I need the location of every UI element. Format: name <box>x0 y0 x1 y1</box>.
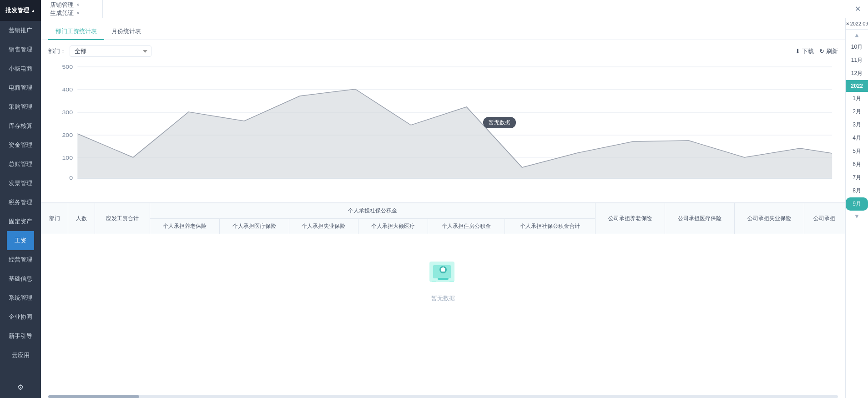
scrollbar-thumb[interactable] <box>48 395 139 398</box>
date-item-11月[interactable]: 11月 <box>846 54 868 67</box>
date-item-10月[interactable]: 10月 <box>846 40 868 54</box>
sidebar: 批发管理 ▲ 营销推广销售管理小畅电商电商管理采购管理库存核算资金管理总账管理发… <box>0 0 41 398</box>
th-dept: 部门 <box>41 203 68 234</box>
date-items-container: 10月11月12月20221月2月3月4月5月6月7月8月9月 <box>846 40 868 211</box>
th-personal-major-medical: 个人承担大额医疗 <box>358 219 428 234</box>
date-item-4月[interactable]: 4月 <box>846 131 868 145</box>
sidebar-item-固定资产[interactable]: 固定资产 <box>7 212 34 231</box>
sidebar-item-云应用[interactable]: 云应用 <box>7 346 34 365</box>
date-item-3月[interactable]: 3月 <box>846 118 868 131</box>
date-item-2022[interactable]: 2022 <box>846 80 868 92</box>
dept-filter: 部门： 全部 <box>48 45 151 57</box>
sidebar-item-基础信息[interactable]: 基础信息 <box>7 269 34 288</box>
date-item-8月[interactable]: 8月 <box>846 184 868 197</box>
sidebar-items: 营销推广销售管理小畅电商电商管理采购管理库存核算资金管理总账管理发票管理税务管理… <box>7 21 34 365</box>
date-panel-current: ✕ 2022.09 <box>846 18 868 30</box>
th-personal-total: 个人承担社保公积金合计 <box>505 219 595 234</box>
tab-close-店铺管理[interactable]: × <box>76 2 79 7</box>
th-company-medical: 公司承担医疗保险 <box>665 203 735 234</box>
th-personal-group: 个人承担社保公积金 <box>150 203 595 219</box>
chart-area: 500 400 300 200 100 0 暂无数据 <box>41 62 845 199</box>
date-up-arrow[interactable]: ▲ <box>846 30 868 40</box>
th-personal-medical: 个人承担医疗保险 <box>219 219 289 234</box>
sidebar-item-税务管理[interactable]: 税务管理 <box>7 193 34 212</box>
date-item-7月[interactable]: 7月 <box>846 171 868 184</box>
sidebar-item-企业协同[interactable]: 企业协同 <box>7 307 34 327</box>
sidebar-header[interactable]: 批发管理 ▲ <box>0 0 41 21</box>
sidebar-item-发票管理[interactable]: 发票管理 <box>7 174 34 193</box>
no-data-state: 暂无数据 <box>41 234 845 321</box>
tab-生成凭证[interactable]: 生成凭证× <box>45 9 103 17</box>
sidebar-item-销售管理[interactable]: 销售管理 <box>7 40 34 59</box>
tab-店铺管理[interactable]: 店铺管理× <box>45 1 103 9</box>
no-data-text: 暂无数据 <box>431 294 455 302</box>
toolbar: 部门： 全部 ⬇ 下载 ↻ 刷新 <box>41 40 845 62</box>
sidebar-item-工资[interactable]: 工资 <box>7 231 34 250</box>
sub-tab-bar: 部门工资统计表 月份统计表 <box>41 18 845 40</box>
refresh-label: 刷新 <box>826 47 838 55</box>
download-button[interactable]: ⬇ 下载 <box>795 47 814 55</box>
sidebar-item-总账管理[interactable]: 总账管理 <box>7 155 34 174</box>
svg-marker-13 <box>77 89 832 178</box>
toolbar-actions: ⬇ 下载 ↻ 刷新 <box>795 47 838 55</box>
no-data-icon <box>425 252 461 289</box>
date-down-arrow[interactable]: ▼ <box>846 211 868 222</box>
sidebar-item-系统管理[interactable]: 系统管理 <box>7 288 34 307</box>
svg-text:500: 500 <box>62 64 73 70</box>
date-panel: ✕ 2022.09 ▲ 10月11月12月20221月2月3月4月5月6月7月8… <box>845 18 868 398</box>
sidebar-item-营销推广[interactable]: 营销推广 <box>7 21 34 40</box>
th-personal-pension: 个人承担养老保险 <box>150 219 219 234</box>
date-item-9月[interactable]: 9月 <box>846 197 868 211</box>
data-table: 部门 人数 应发工资合计 个人承担社保公积金 公司承担养老保险 公司承担医疗保险… <box>41 203 845 234</box>
date-item-1月[interactable]: 1月 <box>846 92 868 105</box>
th-total-salary: 应发工资合计 <box>95 203 150 234</box>
th-company-pension: 公司承担养老保险 <box>595 203 665 234</box>
svg-text:0: 0 <box>69 175 73 181</box>
svg-rect-21 <box>449 281 454 282</box>
refresh-icon: ↻ <box>819 48 824 55</box>
th-headcount: 人数 <box>68 203 95 234</box>
sidebar-item-资金管理[interactable]: 资金管理 <box>7 136 34 155</box>
th-personal-housing-fund: 个人承担住房公积金 <box>428 219 505 234</box>
content-area: 部门工资统计表 月份统计表 部门： 全部 ⬇ 下载 ↻ <box>41 18 868 398</box>
tab-month-stats[interactable]: 月份统计表 <box>104 24 148 40</box>
th-company-unemployment: 公司承担失业保险 <box>735 203 804 234</box>
tab-dept-stats[interactable]: 部门工资统计表 <box>48 24 104 40</box>
current-date-label: 2022.09 <box>850 21 868 26</box>
dept-select[interactable]: 全部 <box>70 45 151 57</box>
download-label: 下载 <box>802 47 814 55</box>
date-item-2月[interactable]: 2月 <box>846 105 868 118</box>
refresh-button[interactable]: ↻ 刷新 <box>819 47 838 55</box>
svg-text:200: 200 <box>62 132 73 138</box>
th-personal-unemployment: 个人承担失业保险 <box>289 219 358 234</box>
date-item-5月[interactable]: 5月 <box>846 145 868 158</box>
sidebar-item-库存核算[interactable]: 库存核算 <box>7 116 34 136</box>
close-date-icon[interactable]: ✕ <box>846 21 849 26</box>
top-tab-bar: 首页门店商品目录×销售单×店铺管理×生成凭证×应收应付调整单×工资表×工资统计报… <box>41 0 868 18</box>
sidebar-item-经营管理[interactable]: 经营管理 <box>7 250 34 269</box>
horizontal-scrollbar[interactable] <box>48 395 838 398</box>
svg-text:100: 100 <box>62 155 73 161</box>
svg-text:300: 300 <box>62 110 73 115</box>
close-all-button[interactable]: ✕ <box>851 5 864 13</box>
sidebar-arrow-icon: ▲ <box>31 8 35 13</box>
dept-label: 部门： <box>48 47 66 55</box>
main-area: 首页门店商品目录×销售单×店铺管理×生成凭证×应收应付调整单×工资表×工资统计报… <box>41 0 868 398</box>
table-area[interactable]: 部门 人数 应发工资合计 个人承担社保公积金 公司承担养老保险 公司承担医疗保险… <box>41 202 845 395</box>
svg-rect-19 <box>438 278 449 280</box>
tab-items-container: 首页门店商品目录×销售单×店铺管理×生成凭证×应收应付调整单×工资表×工资统计报… <box>45 0 103 18</box>
sidebar-settings-button[interactable]: ⚙ <box>0 377 41 398</box>
svg-rect-20 <box>432 281 436 282</box>
sidebar-item-采购管理[interactable]: 采购管理 <box>7 97 34 116</box>
tab-close-生成凭证[interactable]: × <box>76 10 79 15</box>
sidebar-item-新手引导[interactable]: 新手引导 <box>7 327 34 346</box>
sidebar-title: 批发管理 <box>5 6 29 15</box>
date-item-6月[interactable]: 6月 <box>846 158 868 171</box>
chart-svg: 500 400 300 200 100 0 <box>48 62 838 190</box>
sidebar-item-小畅电商[interactable]: 小畅电商 <box>7 59 34 78</box>
th-company-other: 公司承担 <box>804 203 845 234</box>
download-icon: ⬇ <box>795 48 800 55</box>
page-content: 部门工资统计表 月份统计表 部门： 全部 ⬇ 下载 ↻ <box>41 18 845 398</box>
date-item-12月[interactable]: 12月 <box>846 67 868 80</box>
sidebar-item-电商管理[interactable]: 电商管理 <box>7 78 34 97</box>
